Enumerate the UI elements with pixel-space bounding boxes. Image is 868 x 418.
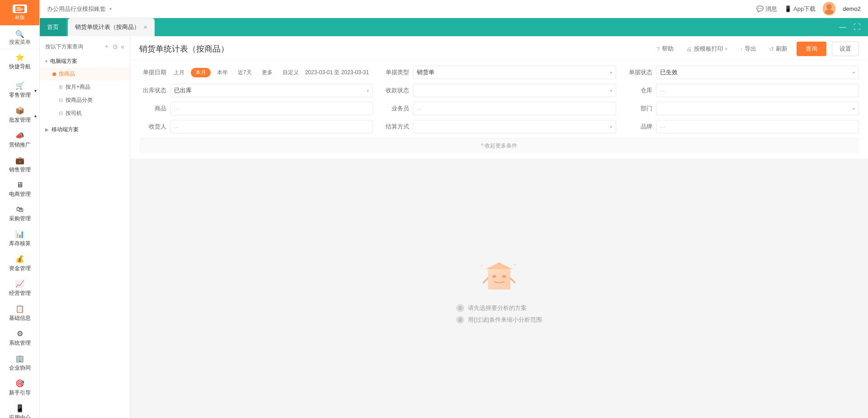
app-subtitle: 标版 xyxy=(15,14,25,21)
user-name: demo2 xyxy=(843,5,861,12)
purchase-label: 采购管理 xyxy=(9,215,31,223)
tree-mobile-title[interactable]: ▶ 移动端方案 xyxy=(40,124,130,136)
by-machine-label: 按司机 xyxy=(66,109,82,117)
sidebar-item-basic-info[interactable]: 📋 基础信息 xyxy=(0,301,39,326)
print-btn[interactable]: 🖨 按模板打印 ▾ xyxy=(683,43,731,55)
marketing-icon: 📣 xyxy=(15,131,24,140)
sidebar-item-app-center[interactable]: 📱 应用中心 xyxy=(0,400,39,418)
help-btn[interactable]: ? 帮助 xyxy=(653,43,677,55)
out-status-label: 出库状态 xyxy=(139,86,170,95)
brand-dots: ··· xyxy=(660,124,665,130)
salesperson-dots: ··· xyxy=(417,105,422,112)
tree-item-by-month-product[interactable]: ⊞ 按月+商品 xyxy=(40,81,130,94)
export-icon: ↑ xyxy=(740,46,743,52)
sales-icon: 💼 xyxy=(15,156,24,165)
sidebar-item-ecommerce[interactable]: 🖥 电商管理 xyxy=(0,177,39,202)
shortcut-more[interactable]: 更多 xyxy=(258,68,276,77)
tree-desktop-arrow: ▾ xyxy=(45,59,47,64)
app-download-btn[interactable]: 📱 App下载 xyxy=(784,5,816,13)
panel-settings-icon[interactable]: ⊙ xyxy=(113,43,118,50)
tab-bar-right-actions: — ⛶ xyxy=(837,21,868,33)
collapse-bar[interactable]: ^ 收起更多条件 xyxy=(139,138,859,153)
svg-line-9 xyxy=(510,278,515,283)
doc-type-select[interactable]: 销货单 ▾ xyxy=(413,66,616,79)
department-select[interactable]: ▾ xyxy=(656,102,859,115)
salesperson-select[interactable]: ··· xyxy=(413,102,616,115)
sidebar-item-operations[interactable]: 📈 经营管理 xyxy=(0,276,39,301)
sub-icon-2: ⊟ xyxy=(59,97,63,103)
product-control: ··· xyxy=(170,102,373,115)
settlement-arrow: ▾ xyxy=(610,124,612,129)
shortcut-this-year[interactable]: 本年 xyxy=(213,68,231,77)
tab-maximize-btn[interactable]: ⛶ xyxy=(852,21,863,33)
filter-product-unit: 商品 ··· xyxy=(139,102,373,115)
filter-salesperson-unit: 业务员 ··· xyxy=(373,102,616,115)
payment-status-select[interactable]: ▾ xyxy=(413,84,616,97)
print-dropdown-icon: ▾ xyxy=(725,47,727,52)
main-content: ✦ ✦ · ① 请先选择要分析的方案 ② 用[过滤]条件来缩小分析范围 xyxy=(130,159,868,418)
filter-date-unit: 单据日期 上月 本月 本年 近7天 更多 自定义 2023-03-01 至 20… xyxy=(139,68,373,77)
avatar-image xyxy=(823,2,835,16)
print-icon: 🖨 xyxy=(686,46,692,52)
breadcrumb-text: 办公用品行业模拟账套 xyxy=(47,5,106,13)
tab-minimize-btn[interactable]: — xyxy=(837,21,848,33)
brand-select[interactable]: ··· xyxy=(656,120,859,133)
tab-home[interactable]: 首页 xyxy=(40,18,66,36)
product-select[interactable]: ··· xyxy=(170,102,373,115)
receiver-control: ··· xyxy=(170,120,373,133)
doc-status-select[interactable]: 已生效 ▾ xyxy=(656,66,859,79)
sidebar-item-retail[interactable]: 🛒 零售管理 ▾ xyxy=(0,78,39,103)
filter-row-4: 收货人 ··· 结算方式 ▾ xyxy=(139,120,859,133)
panel-add-icon[interactable]: ＋ xyxy=(104,43,110,51)
shortcut-last-7[interactable]: 近7天 xyxy=(234,68,255,77)
filter-area: 单据日期 上月 本月 本年 近7天 更多 自定义 2023-03-01 至 20… xyxy=(130,60,868,159)
shortcut-last-month[interactable]: 上月 xyxy=(170,68,188,77)
tree-mobile-arrow: ▶ xyxy=(45,127,49,132)
refresh-btn[interactable]: ↺ 刷新 xyxy=(765,43,791,55)
sidebar-item-newcomer[interactable]: 🎯 新手引导 xyxy=(0,375,39,400)
quick-nav-label: 快捷导航 xyxy=(9,63,31,71)
message-btn[interactable]: 💬 消息 xyxy=(756,5,777,13)
sidebar-item-enterprise[interactable]: 🏢 企业协同 xyxy=(0,351,39,375)
sidebar-item-quick-nav[interactable]: ⭐ 快捷导航 xyxy=(0,49,39,74)
out-status-select[interactable]: 已出库 ▾ xyxy=(170,84,373,97)
sidebar-item-system[interactable]: ⚙ 系统管理 xyxy=(0,326,39,351)
panel-collapse-icon[interactable]: « xyxy=(121,43,124,50)
tip-num-2: ② xyxy=(456,316,464,324)
help-icon: ? xyxy=(656,46,660,52)
out-status-control: 已出库 ▾ xyxy=(170,84,373,97)
export-btn[interactable]: ↑ 导出 xyxy=(736,43,760,55)
sidebar-search-item[interactable]: 🔍 搜索菜单 xyxy=(0,25,39,49)
app-center-label: 应用中心 xyxy=(9,414,31,418)
warehouse-select[interactable]: ··· xyxy=(656,84,859,97)
content-area: 按以下方案查询 ＋ ⊙ « ▾ 电脑端方案 按商品 ⊞ 按月+ xyxy=(40,36,868,418)
shortcut-this-month[interactable]: 本月 xyxy=(191,68,211,77)
filter-payment-status-unit: 收款状态 ▾ xyxy=(373,84,616,97)
sidebar-item-marketing[interactable]: 📣 营销推广 xyxy=(0,128,39,152)
tree-item-by-product[interactable]: 按商品 xyxy=(40,67,130,81)
sidebar-item-wholesale[interactable]: 📦 批发管理 ▴ xyxy=(0,103,39,128)
query-btn[interactable]: 查询 xyxy=(797,42,826,56)
brand-control: ··· xyxy=(656,120,859,133)
receiver-select[interactable]: ··· xyxy=(170,120,373,133)
shortcut-custom[interactable]: 自定义 xyxy=(279,68,302,77)
settlement-select[interactable]: ▾ xyxy=(413,120,616,133)
payment-status-label: 收款状态 xyxy=(382,86,413,95)
wholesale-label: 批发管理 xyxy=(9,116,31,124)
breadcrumb-dropdown-icon[interactable]: ▾ xyxy=(109,6,112,11)
sidebar-item-sales[interactable]: 💼 销售管理 xyxy=(0,152,39,177)
user-avatar[interactable] xyxy=(823,3,835,15)
tree-item-by-category[interactable]: ⊟ 按商品分类 xyxy=(40,94,130,107)
tab-close-icon[interactable]: ✕ xyxy=(143,24,147,30)
filter-doc-type-unit: 单据类型 销货单 ▾ xyxy=(373,66,616,79)
doc-status-control: 已生效 ▾ xyxy=(656,66,859,79)
sidebar-item-inventory[interactable]: 📊 库存核算 xyxy=(0,226,39,251)
sidebar-item-purchase[interactable]: 🛍 采购管理 xyxy=(0,202,39,226)
top-header: 办公用品行业模拟账套 ▾ 💬 消息 📱 App下载 xyxy=(40,0,868,18)
sidebar-item-finance[interactable]: 💰 资金管理 xyxy=(0,251,39,276)
tree-desktop-title[interactable]: ▾ 电脑端方案 xyxy=(40,55,130,67)
tab-sales-stats[interactable]: 销货单统计表（按商品） ✕ xyxy=(68,18,155,36)
settings-btn[interactable]: 设置 xyxy=(832,42,859,56)
tree-item-by-machine[interactable]: ⊟ 按司机 xyxy=(40,107,130,120)
filter-row-1: 单据日期 上月 本月 本年 近7天 更多 自定义 2023-03-01 至 20… xyxy=(139,66,859,79)
